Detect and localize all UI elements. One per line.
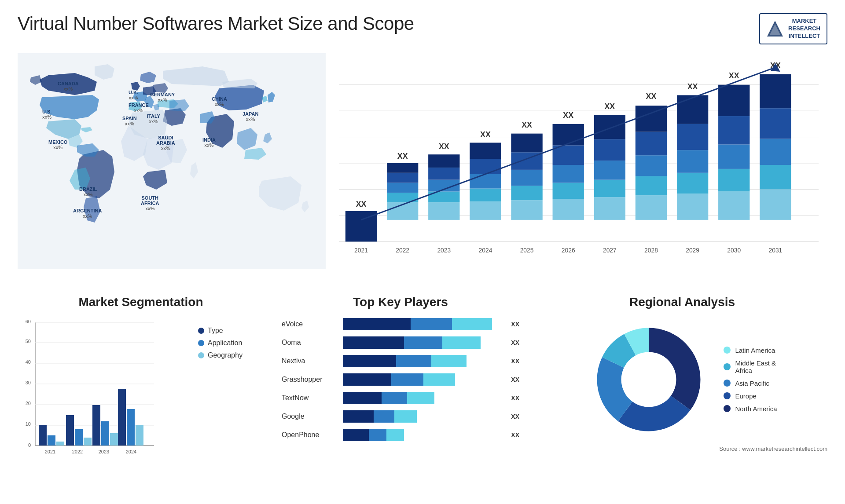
svg-rect-80 — [760, 74, 791, 108]
svg-text:10: 10 — [26, 421, 31, 427]
svg-text:XX: XX — [480, 130, 491, 139]
bar-chart-section: XX 2021 XX 2022 XX — [334, 53, 827, 282]
svg-rect-35 — [511, 186, 542, 200]
player-value-nextiva: XX — [511, 358, 519, 365]
svg-rect-66 — [677, 95, 708, 124]
player-row-grasshopper: Grasshopper XX — [282, 373, 519, 386]
svg-text:XX: XX — [604, 102, 615, 111]
svg-rect-49 — [594, 179, 625, 197]
svg-text:2022: 2022 — [396, 247, 409, 254]
map-label-japan: JAPANxx% — [242, 111, 258, 122]
regional-legend-northamerica: North America — [724, 405, 777, 413]
regional-title: Regional Analysis — [537, 295, 827, 309]
svg-text:2031: 2031 — [768, 247, 782, 254]
source-text: Source : www.marketresearchintellect.com — [537, 446, 827, 452]
regional-dot-europe — [724, 392, 731, 399]
legend-label-application: Application — [208, 339, 242, 347]
header: Virtual Number Softwares Market Size and… — [18, 13, 827, 44]
player-name-nextiva: Nextiva — [282, 357, 339, 365]
map-label-italy: ITALYxx% — [147, 113, 160, 124]
svg-rect-51 — [594, 139, 625, 161]
player-row-nextiva: Nextiva XX — [282, 355, 519, 367]
map-label-germany: GERMANYxx% — [150, 92, 175, 102]
svg-text:XX: XX — [646, 92, 657, 101]
svg-rect-15 — [387, 183, 418, 193]
svg-rect-71 — [718, 144, 749, 168]
map-label-uk: U.K.xx% — [129, 90, 138, 100]
growth-chart-svg: XX 2021 XX 2022 XX — [339, 58, 819, 273]
legend-label-type: Type — [208, 327, 223, 335]
svg-rect-42 — [553, 183, 584, 199]
regional-content: Latin America Middle East &Africa Asia P… — [537, 318, 827, 441]
svg-rect-30 — [470, 159, 501, 174]
svg-rect-77 — [760, 165, 791, 189]
map-label-india: INDIAxx% — [202, 137, 216, 148]
svg-text:2021: 2021 — [45, 449, 55, 454]
svg-rect-57 — [636, 155, 667, 176]
regional-legend-mea: Middle East &Africa — [724, 359, 777, 374]
page-title: Virtual Number Softwares Market Size and… — [18, 13, 414, 34]
legend-dot-application — [198, 340, 204, 346]
map-label-china: CHINAxx% — [212, 96, 227, 107]
regional-section: Regional Analysis — [537, 295, 827, 504]
svg-text:2027: 2027 — [603, 247, 617, 254]
svg-rect-113 — [127, 409, 135, 446]
svg-rect-110 — [110, 433, 118, 446]
svg-rect-101 — [48, 435, 55, 446]
svg-text:60: 60 — [26, 319, 31, 324]
player-name-ooma: Ooma — [282, 339, 339, 347]
player-row-evoice: eVoice XX — [282, 318, 519, 330]
regional-legend-latin: Latin America — [724, 347, 777, 354]
svg-rect-52 — [594, 115, 625, 139]
svg-rect-58 — [636, 131, 667, 155]
svg-rect-20 — [428, 202, 459, 220]
svg-rect-27 — [470, 201, 501, 220]
svg-rect-29 — [470, 174, 501, 188]
svg-rect-34 — [511, 200, 542, 220]
donut-svg — [587, 318, 710, 441]
svg-text:2022: 2022 — [72, 449, 83, 454]
svg-text:50: 50 — [26, 339, 31, 344]
map-label-brazil: BRAZILxx% — [79, 186, 97, 197]
regional-legend: Latin America Middle East &Africa Asia P… — [724, 347, 777, 413]
page: Virtual Number Softwares Market Size and… — [0, 0, 845, 504]
svg-rect-114 — [136, 425, 143, 446]
bottom-row: Market Segmentation 0 10 20 30 40 — [18, 295, 827, 504]
logo-text: MARKET RESEARCH INTELLECT — [788, 18, 820, 40]
svg-rect-31 — [470, 142, 501, 159]
player-row-ooma: Ooma XX — [282, 336, 519, 349]
regional-legend-asia: Asia Pacific — [724, 380, 777, 387]
svg-text:2026: 2026 — [562, 247, 575, 254]
segmentation-title: Market Segmentation — [18, 295, 264, 309]
player-row-textnow: TextNow XX — [282, 392, 519, 404]
svg-rect-105 — [75, 429, 83, 446]
map-label-spain: SPAINxx% — [122, 116, 137, 126]
svg-rect-112 — [118, 389, 126, 446]
players-section: Top Key Players eVoice XX Ooma — [277, 295, 524, 504]
svg-rect-24 — [428, 154, 459, 168]
legend-dot-geography — [198, 352, 204, 358]
regional-dot-mea — [724, 363, 731, 370]
svg-text:2030: 2030 — [727, 247, 741, 254]
svg-text:XX: XX — [563, 111, 573, 120]
svg-text:0: 0 — [28, 442, 31, 448]
top-row: CANADAxx% U.S.xx% MEXICOxx% BRAZILxx% AR… — [18, 53, 827, 282]
map-label-mexico: MEXICOxx% — [48, 139, 67, 150]
svg-rect-63 — [677, 173, 708, 194]
logo: MARKET RESEARCH INTELLECT — [759, 13, 827, 44]
player-row-google: Google XX — [282, 410, 519, 423]
map-section: CANADAxx% U.S.xx% MEXICOxx% BRAZILxx% AR… — [18, 53, 326, 282]
svg-text:30: 30 — [26, 380, 31, 385]
player-value-openphone: XX — [511, 431, 519, 438]
svg-text:2021: 2021 — [354, 247, 368, 254]
svg-rect-28 — [470, 188, 501, 201]
map-label-us: U.S.xx% — [42, 109, 51, 120]
svg-rect-78 — [760, 139, 791, 164]
player-value-evoice: XX — [511, 321, 519, 328]
svg-rect-106 — [84, 438, 92, 446]
svg-text:XX: XX — [522, 120, 532, 129]
legend-item-geography: Geography — [198, 351, 242, 359]
player-name-google: Google — [282, 413, 339, 420]
svg-text:XX: XX — [397, 152, 408, 161]
svg-rect-102 — [56, 442, 64, 446]
